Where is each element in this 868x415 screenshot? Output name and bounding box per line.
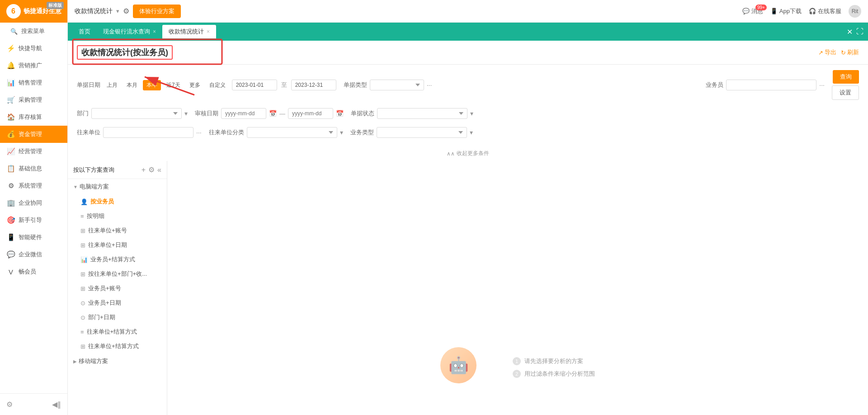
dept-dropdown-icon[interactable]: ▾ — [184, 110, 188, 117]
export-btn[interactable]: ↗ 导出 — [818, 48, 836, 57]
date-tab-custom[interactable]: 自定义 — [206, 80, 229, 90]
date-to-input[interactable] — [291, 80, 336, 90]
tab-close-window-btn[interactable]: ✕ — [847, 28, 853, 36]
scheme-item-counterpart-dept[interactable]: ⊞ 按往来单位+部门+收... — [68, 267, 167, 281]
collapse-btn[interactable]: ∧∧ 收起更多条件 — [68, 146, 868, 161]
message-icon: 💬 — [742, 8, 750, 14]
doc-type-select[interactable] — [370, 80, 424, 90]
topbar-settings-icon[interactable]: ⚙ — [123, 7, 129, 15]
doc-status-dropdown-icon[interactable]: ▾ — [470, 110, 473, 117]
date-from-input[interactable] — [232, 80, 277, 90]
search-menu[interactable]: 🔍 搜索菜单 — [0, 23, 67, 40]
sidebar-item-nav[interactable]: ⚡ 快捷导航 — [0, 40, 67, 57]
sidebar-item-marketing[interactable]: 🔔 营销推广 — [0, 57, 67, 74]
topbar-dropdown-icon[interactable]: ▾ — [116, 8, 119, 14]
tab-bank[interactable]: 现金银行流水查询 × — [97, 25, 162, 38]
review-calendar-to[interactable]: 📅 — [336, 110, 344, 117]
sidebar-item-enterprise[interactable]: 🏢 企业协同 — [0, 194, 67, 212]
user-avatar[interactable]: Rit — [849, 5, 861, 18]
scheme-item-salesperson[interactable]: 👤 按业务员 — [68, 194, 167, 209]
filter-doc-type-item: 单据类型 ··· — [344, 80, 432, 90]
scheme-group-desktop-header[interactable]: ▼ 电脑端方案 — [68, 179, 167, 194]
sidebar-item-hardware[interactable]: 📱 智能硬件 — [0, 229, 67, 246]
dept-select[interactable] — [91, 108, 182, 119]
counterpart-cat-select[interactable] — [247, 127, 337, 138]
filter-doc-status-item: 单据状态 ▾ — [351, 108, 473, 119]
review-date-from[interactable] — [221, 108, 266, 119]
scheme-item-detail[interactable]: ≡ 按明细 — [68, 209, 167, 223]
salesperson-input[interactable] — [726, 80, 816, 90]
scheme-dept-date-icon: ⊙ — [80, 314, 85, 321]
tabs-bar: 首页 现金银行流水查询 × 收款情况统计 × ✕ ⛶ — [68, 23, 868, 41]
scheme-item-counterpart-account[interactable]: ⊞ 往来单位+账号 — [68, 223, 167, 238]
trial-btn[interactable]: 体验行业方案 — [133, 5, 181, 18]
date-tab-more[interactable]: 更多 — [186, 80, 204, 90]
result-area: 🤖 1 请先选择要分析的方案 2 用过滤条件来缩小分析范围 — [167, 161, 868, 415]
scheme-collapse-btn[interactable]: « — [157, 166, 161, 174]
scheme-item-counterpart-settlement1[interactable]: ≡ 往来单位+结算方式 — [68, 325, 167, 339]
doc-status-select[interactable] — [377, 108, 467, 119]
message-btn[interactable]: 💬 消息 99+ — [742, 7, 763, 15]
tab-collection[interactable]: 收款情况统计 × — [162, 25, 216, 38]
filter-salesperson-item: 业务员 ··· — [706, 80, 825, 90]
sidebar-item-purchase[interactable]: 🛒 采购管理 — [0, 91, 67, 108]
collapse-sidebar-btn[interactable]: ◀‖ — [50, 398, 63, 410]
counterpart-cat-dropdown-icon[interactable]: ▾ — [340, 129, 343, 136]
enterprise-icon: 🏢 — [7, 199, 15, 207]
scheme-group-desktop: ▼ 电脑端方案 👤 按业务员 ≡ 按明细 ⊞ — [68, 179, 167, 354]
sidebar-item-basic[interactable]: 📋 基础信息 — [0, 160, 67, 177]
scheme-item-salesperson-settlement[interactable]: 📊 业务员+结算方式 — [68, 252, 167, 267]
scheme-item-salesperson-date[interactable]: ⊙ 业务员+日期 — [68, 296, 167, 310]
hint-num-2: 2 — [513, 370, 521, 378]
date-tab-this-month[interactable]: 本月 — [123, 80, 141, 90]
online-service-btn[interactable]: 🎧 在线客服 — [809, 7, 841, 15]
refresh-btn[interactable]: ↻ 刷新 — [841, 48, 859, 57]
counterpart-more[interactable]: ··· — [196, 129, 202, 136]
sidebar-item-system[interactable]: ⚙ 系统管理 — [0, 177, 67, 194]
review-calendar-from[interactable]: 📅 — [269, 110, 277, 117]
scheme-settings-btn[interactable]: ⚙ — [148, 165, 155, 174]
tab-maximize-btn[interactable]: ⛶ — [856, 28, 863, 36]
sidebar-item-inventory[interactable]: 🏠 库存核算 — [0, 108, 67, 126]
date-tab-7days[interactable]: 近7天 — [163, 80, 184, 90]
settings-footer-btn[interactable]: ⚙ — [5, 398, 14, 410]
scheme-group-desktop-label: 电脑端方案 — [80, 183, 109, 191]
tab-bank-close[interactable]: × — [153, 28, 156, 35]
scheme-item-counterpart-date[interactable]: ⊞ 往来单位+日期 — [68, 238, 167, 252]
app-download-btn[interactable]: 📱 App下载 — [770, 7, 802, 15]
sidebar-item-inventory-label: 库存核算 — [19, 113, 42, 121]
date-tab-last-month[interactable]: 上月 — [103, 80, 121, 90]
scheme-item-counterpart-settlement2[interactable]: ⊞ 往来单位+结算方式 — [68, 339, 167, 354]
biz-type-select[interactable] — [377, 127, 467, 138]
sidebar-item-sales[interactable]: 📊 销售管理 — [0, 74, 67, 91]
doc-status-label: 单据状态 — [351, 109, 374, 118]
scheme-add-btn[interactable]: + — [142, 166, 146, 174]
review-date-to[interactable] — [288, 108, 333, 119]
filter-section: 单据日期 上月 本月 本年 近7天 更多 自定义 至 — [68, 65, 868, 161]
scheme-item-salesperson-account[interactable]: ⊞ 业务员+账号 — [68, 281, 167, 296]
salesperson-more[interactable]: ··· — [819, 81, 825, 89]
query-btn[interactable]: 查询 — [833, 70, 859, 84]
sidebar-item-member[interactable]: V 畅会员 — [0, 263, 67, 280]
scheme-group-mobile-header[interactable]: ▶ 移动端方案 — [68, 354, 167, 369]
filter-settings-btn[interactable]: 设置 — [832, 85, 859, 100]
tab-collection-label: 收款情况统计 — [169, 28, 204, 36]
sidebar-item-wechat[interactable]: 💬 企业微信 — [0, 246, 67, 263]
filter-dept-item: 部门 ▾ — [77, 108, 188, 119]
nav-icon: ⚡ — [7, 44, 15, 52]
collapse-chevron: ∧∧ — [447, 151, 455, 157]
counterpart-input[interactable] — [103, 127, 193, 138]
tab-collection-close[interactable]: × — [207, 28, 210, 35]
sidebar-item-guide[interactable]: 🎯 新手引导 — [0, 212, 67, 229]
biz-type-dropdown-icon[interactable]: ▾ — [470, 129, 473, 136]
date-tab-this-year[interactable]: 本年 — [143, 80, 161, 90]
sidebar-item-finance[interactable]: 💰 资金管理 — [0, 126, 67, 143]
hint-text-2: 用过滤条件来缩小分析范围 — [524, 370, 595, 378]
sidebar-item-operation[interactable]: 📈 经营管理 — [0, 143, 67, 160]
hint-item-2: 2 用过滤条件来缩小分析范围 — [513, 370, 595, 378]
scheme-item-salesperson-label: 按业务员 — [90, 198, 114, 206]
scheme-item-dept-date[interactable]: ⊙ 部门+日期 — [68, 310, 167, 325]
tab-home[interactable]: 首页 — [72, 25, 97, 38]
scheme-panel: 按以下方案查询 + ⚙ « ▼ 电脑端方案 👤 — [68, 161, 167, 415]
doc-type-more[interactable]: ··· — [427, 81, 432, 89]
